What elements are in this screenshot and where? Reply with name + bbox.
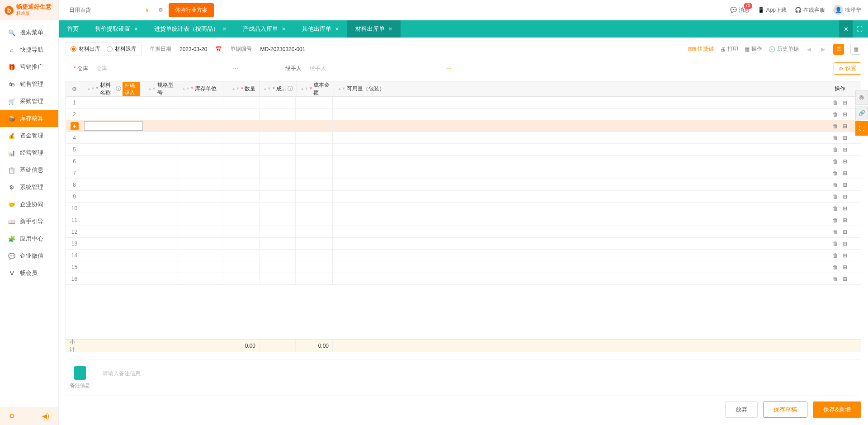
- prev-doc-button[interactable]: ◀: [805, 46, 813, 52]
- more-icon[interactable]: ⋯: [233, 66, 238, 72]
- next-doc-button[interactable]: ▶: [819, 46, 827, 52]
- cell-qty[interactable]: [223, 214, 259, 226]
- radio-return[interactable]: 材料退库: [107, 45, 137, 53]
- cell-amt[interactable]: [296, 179, 333, 190]
- more-icon[interactable]: ⋯: [446, 66, 452, 72]
- table-row[interactable]: 9🗑⊞: [66, 191, 861, 203]
- logo[interactable]: b 畅捷通好生意 标准版: [0, 0, 58, 20]
- cell-unit[interactable]: [178, 261, 223, 273]
- delete-icon[interactable]: 🗑: [833, 111, 838, 118]
- cell-qty[interactable]: [223, 109, 259, 120]
- user-menu[interactable]: 👤 徐泽华: [833, 5, 861, 15]
- cell-cost[interactable]: [259, 97, 296, 108]
- sidebar-item[interactable]: 📊经营管理: [0, 144, 58, 161]
- cell-cost[interactable]: [259, 179, 296, 190]
- delete-icon[interactable]: 🗑: [833, 229, 838, 235]
- cell-avail[interactable]: [333, 191, 819, 202]
- cell-amt[interactable]: [296, 167, 333, 179]
- cell-unit[interactable]: [178, 179, 223, 190]
- cell-name[interactable]: [83, 273, 144, 284]
- cell-avail[interactable]: [333, 261, 819, 273]
- cell-name[interactable]: [83, 120, 144, 132]
- cell-spec[interactable]: [144, 203, 178, 214]
- workspace-tab[interactable]: 产成品入库单✕: [235, 20, 294, 38]
- copy-icon[interactable]: ⊞: [843, 99, 847, 106]
- sidebar-item[interactable]: 🎁营销推广: [0, 58, 58, 76]
- cell-spec[interactable]: [144, 156, 178, 167]
- delete-icon[interactable]: 🗑: [833, 217, 838, 223]
- cell-name[interactable]: [83, 191, 144, 202]
- cell-unit[interactable]: [178, 226, 223, 237]
- sidebar-item[interactable]: 🔍搜索菜单: [0, 24, 58, 41]
- copy-icon[interactable]: ⊞: [843, 229, 847, 235]
- cell-unit[interactable]: [178, 144, 223, 155]
- table-row[interactable]: 10🗑⊞: [66, 203, 861, 214]
- col-qty[interactable]: ▲▼ *数量: [223, 81, 259, 96]
- cell-spec[interactable]: [144, 273, 178, 284]
- cell-cost[interactable]: [259, 156, 296, 167]
- table-row[interactable]: +🗑⊞: [66, 120, 861, 132]
- cell-cost[interactable]: [259, 214, 296, 226]
- delete-icon[interactable]: 🗑: [833, 276, 838, 282]
- sidebar-item[interactable]: 📖新手引导: [0, 213, 58, 230]
- cell-cost[interactable]: [259, 261, 296, 273]
- sidebar-item[interactable]: 📋基础信息: [0, 161, 58, 179]
- workspace-tab[interactable]: 售价提取设置✕: [87, 20, 146, 38]
- table-row[interactable]: 4🗑⊞: [66, 132, 861, 144]
- delete-icon[interactable]: 🗑: [833, 264, 838, 270]
- add-row-button[interactable]: +: [71, 122, 79, 130]
- cell-name[interactable]: [83, 132, 144, 143]
- customer-service-button[interactable]: 🎧 在线客服: [795, 6, 825, 14]
- cell-spec[interactable]: [144, 191, 178, 202]
- cell-unit[interactable]: [178, 97, 223, 108]
- copy-icon[interactable]: ⊞: [843, 252, 847, 259]
- copy-icon[interactable]: ⊞: [843, 205, 847, 212]
- cell-spec[interactable]: [144, 144, 178, 155]
- workspace-tab[interactable]: 材料出库单✕: [347, 20, 401, 38]
- sidebar-item[interactable]: 🧩应用中心: [0, 230, 58, 247]
- table-row[interactable]: 16🗑⊞: [66, 273, 861, 285]
- close-icon[interactable]: ✕: [282, 26, 286, 32]
- cell-qty[interactable]: [223, 144, 259, 155]
- sidebar-item[interactable]: ⌂快捷导航: [0, 41, 58, 58]
- cell-avail[interactable]: [333, 144, 819, 155]
- cell-amt[interactable]: [296, 203, 333, 214]
- delete-icon[interactable]: 🗑: [833, 182, 838, 188]
- cell-name[interactable]: [83, 214, 144, 226]
- float-link-button[interactable]: 🔗: [855, 106, 868, 120]
- delete-icon[interactable]: 🗑: [833, 123, 838, 129]
- cell-cost[interactable]: [259, 109, 296, 120]
- close-icon[interactable]: ✕: [388, 26, 392, 32]
- copy-icon[interactable]: ⊞: [843, 146, 847, 153]
- collapse-icon[interactable]: ◀): [42, 412, 49, 420]
- close-icon[interactable]: ✕: [222, 26, 226, 32]
- delete-icon[interactable]: 🗑: [833, 170, 838, 176]
- copy-icon[interactable]: ⊞: [843, 111, 847, 118]
- cell-amt[interactable]: [296, 109, 333, 120]
- workspace-tab[interactable]: 其他出库单✕: [294, 20, 347, 38]
- warehouse-input[interactable]: [93, 63, 228, 74]
- cell-cost[interactable]: [259, 132, 296, 143]
- cell-avail[interactable]: [333, 167, 819, 179]
- cta-button[interactable]: 体验行业方案: [169, 3, 214, 17]
- cell-cost[interactable]: [259, 144, 296, 155]
- table-row[interactable]: 1🗑⊞: [66, 97, 861, 109]
- column-config-button[interactable]: ⚙: [66, 81, 83, 96]
- table-row[interactable]: 7🗑⊞: [66, 167, 861, 179]
- delete-icon[interactable]: 🗑: [833, 194, 838, 200]
- cell-spec[interactable]: [144, 132, 178, 143]
- cell-name[interactable]: [83, 109, 144, 120]
- copy-icon[interactable]: ⊞: [843, 241, 847, 247]
- cell-spec[interactable]: [144, 214, 178, 226]
- save-add-button[interactable]: 保存&新增: [813, 401, 861, 418]
- cell-amt[interactable]: [296, 238, 333, 249]
- cell-avail[interactable]: [333, 109, 819, 120]
- workspace-tab[interactable]: 进货单统计表（按商品）✕: [146, 20, 235, 38]
- cell-name[interactable]: [83, 250, 144, 261]
- cell-unit[interactable]: [178, 203, 223, 214]
- sidebar-item[interactable]: 🛒采购管理: [0, 93, 58, 110]
- cell-avail[interactable]: [333, 238, 819, 249]
- col-unit[interactable]: ▲▼ *库存单位: [178, 81, 223, 96]
- cell-avail[interactable]: [333, 203, 819, 214]
- col-cost[interactable]: ▲▼ *成... ⓘ: [259, 81, 297, 96]
